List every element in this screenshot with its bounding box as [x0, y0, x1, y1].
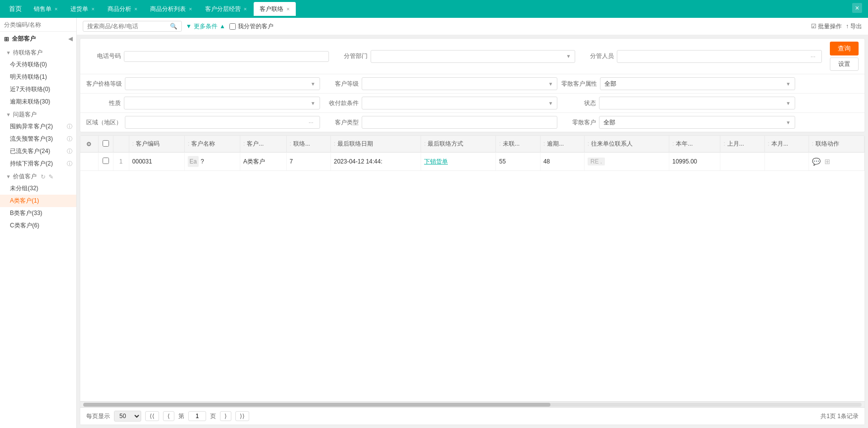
top-close-button[interactable]: ×: [852, 3, 862, 13]
sidebar-search-input[interactable]: [4, 21, 77, 28]
sidebar-item-overdue[interactable]: 逾期未联络(30): [0, 96, 76, 108]
sidebar-item-7days[interactable]: 近7天待联络(0): [0, 83, 76, 96]
unit-contact-badge: RE .: [588, 158, 605, 165]
payment-select[interactable]: ▼: [362, 97, 558, 109]
group-pending-contact[interactable]: ▼ 待联络客户: [0, 46, 76, 58]
th-last-month[interactable]: :上月...: [720, 136, 764, 153]
group-value-customers[interactable]: ▼ 价值客户 ↻ ✎: [0, 170, 76, 182]
my-customers-checkbox[interactable]: [229, 23, 236, 30]
action-icons: 💬 ⊞: [812, 158, 861, 165]
region-select[interactable]: ···: [125, 116, 320, 129]
filter-search-input[interactable]: [87, 23, 167, 30]
last-page-btn[interactable]: ⟩⟩: [235, 411, 249, 421]
per-page-select[interactable]: 50 100 200: [114, 411, 141, 422]
nav-tab-analysis[interactable]: 商品分析 ×: [102, 2, 143, 16]
close-tab-sales[interactable]: ×: [54, 6, 57, 12]
more-conditions-btn[interactable]: ▼ 更多条件 ▲: [186, 22, 225, 31]
close-tab-purchase[interactable]: ×: [91, 6, 94, 12]
grid-action-icon[interactable]: ⊞: [824, 158, 830, 165]
sidebar-item-tomorrow[interactable]: 明天待联络(1): [0, 71, 76, 83]
th-name[interactable]: :客户名称: [184, 136, 240, 153]
sidebar-item-today[interactable]: 今天待联络(0): [0, 58, 76, 71]
edit-group-icon[interactable]: ✎: [49, 173, 54, 180]
price-level-select[interactable]: ▼: [125, 77, 320, 90]
nature-select[interactable]: ▼: [124, 97, 320, 109]
th-gear[interactable]: ⚙: [80, 136, 98, 153]
first-page-btn[interactable]: ⟨⟨: [145, 411, 159, 421]
th-last-type[interactable]: :最后联络方式: [421, 136, 495, 153]
customer-level-select[interactable]: ▼: [362, 77, 558, 90]
th-overdue[interactable]: :逾期...: [540, 136, 584, 153]
nav-home[interactable]: 首页: [4, 4, 27, 13]
arrow-value: ▼: [6, 174, 11, 179]
person-select[interactable]: ···: [617, 50, 822, 63]
row-checkbox[interactable]: [103, 158, 109, 164]
close-tab-customer-contact[interactable]: ×: [286, 6, 289, 12]
sidebar-item-class-c[interactable]: C类客户(6): [0, 219, 76, 232]
th-code[interactable]: :客户编码: [129, 136, 184, 153]
prev-page-btn[interactable]: ⟨: [163, 411, 174, 421]
th-check[interactable]: [98, 136, 113, 153]
dept-field: 分管部门 ▼: [333, 50, 576, 63]
dept-select[interactable]: ▼: [371, 50, 576, 63]
th-unit-contact[interactable]: :往来单位联系人: [584, 136, 669, 153]
nav-tab-customer-tier[interactable]: 客户分层经营 ×: [199, 2, 253, 16]
nav-tab-purchase[interactable]: 进货单 ×: [64, 2, 100, 16]
query-button[interactable]: 查询: [830, 42, 859, 55]
page-number-input[interactable]: [188, 411, 206, 421]
scrollbar-thumb[interactable]: [83, 403, 550, 407]
refresh-icon[interactable]: ↻: [41, 173, 46, 180]
filter-search-icon[interactable]: 🔍: [170, 23, 177, 30]
nav-tab-sales[interactable]: 销售单 ×: [28, 2, 63, 16]
chevron-up-icon: ▲: [219, 23, 225, 30]
export-btn[interactable]: ↑ 导出: [846, 22, 862, 31]
last-contact-type-link[interactable]: 下销货单: [424, 158, 448, 165]
customer-table: ⚙ :客户编码 :客户名称 :客户... :联络... :最后联络日期 :最后联…: [80, 136, 865, 171]
next-page-btn[interactable]: ⟩: [220, 411, 231, 421]
row-last-type[interactable]: 下销货单: [421, 153, 495, 171]
price-level-arrow: ▼: [311, 81, 316, 87]
info-icon-abnormal: ⓘ: [67, 123, 72, 130]
customer-type-select[interactable]: [362, 116, 558, 129]
sidebar-item-abnormal[interactable]: 囤购异常客户(2) ⓘ: [0, 120, 76, 133]
all-customers-header[interactable]: ⊞ 全部客户 ◀: [0, 32, 76, 46]
batch-ops-btn[interactable]: ☑ 批量操作: [811, 22, 842, 31]
retail-attr-select[interactable]: 全部 ▼: [600, 77, 795, 90]
sidebar-item-declining[interactable]: 持续下滑客户(2) ⓘ: [0, 158, 76, 170]
th-num: [113, 136, 129, 153]
th-last-date[interactable]: :最后联络日期: [330, 136, 421, 153]
th-contact[interactable]: :联络...: [286, 136, 330, 153]
sidebar-item-churned[interactable]: 已流失客户(24) ⓘ: [0, 145, 76, 158]
table-wrapper[interactable]: ⚙ :客户编码 :客户名称 :客户... :联络... :最后联络日期 :最后联…: [80, 136, 865, 401]
close-tab-analysis-list[interactable]: ×: [189, 6, 192, 12]
nav-tab-analysis-list[interactable]: 商品分析列表 ×: [144, 2, 198, 16]
th-this-year[interactable]: :本年...: [669, 136, 720, 153]
filter-icon: ▼: [186, 23, 192, 30]
close-tab-analysis[interactable]: ×: [134, 6, 137, 12]
row-check[interactable]: [98, 153, 113, 171]
collapse-sidebar-icon[interactable]: ◀: [68, 36, 72, 42]
setting-button[interactable]: 设置: [830, 57, 859, 71]
filter-search-box: 🔍: [83, 21, 182, 32]
sidebar-item-churn-warn[interactable]: 流失预警客户(3) ⓘ: [0, 133, 76, 145]
status-select[interactable]: ▼: [599, 97, 795, 109]
retail-customer-select[interactable]: 全部 ▼: [599, 116, 795, 129]
sidebar-item-class-a[interactable]: A类客户(1): [0, 195, 76, 207]
row-gear: [80, 153, 98, 171]
nav-tab-customer-contact[interactable]: 客户联络 ×: [254, 2, 295, 16]
th-action[interactable]: :联络动作: [809, 136, 864, 153]
th-this-month[interactable]: :本月...: [764, 136, 809, 153]
status-field: 状态 ▼: [561, 97, 795, 109]
sidebar-item-class-b[interactable]: B类客户(33): [0, 207, 76, 219]
row-this-month: [764, 153, 809, 171]
horizontal-scrollbar[interactable]: [80, 401, 865, 407]
chat-icon[interactable]: 💬: [812, 158, 820, 165]
close-tab-customer-tier[interactable]: ×: [244, 6, 247, 12]
phone-input[interactable]: [124, 51, 329, 62]
group-problem-customers[interactable]: ▼ 问题客户: [0, 108, 76, 120]
retail-attr-label: 零散客户属性: [561, 80, 597, 88]
th-no-contact[interactable]: :未联...: [496, 136, 540, 153]
select-all-checkbox[interactable]: [103, 140, 109, 147]
sidebar-item-no-group[interactable]: 未分组(32): [0, 182, 76, 195]
th-type[interactable]: :客户...: [240, 136, 287, 153]
